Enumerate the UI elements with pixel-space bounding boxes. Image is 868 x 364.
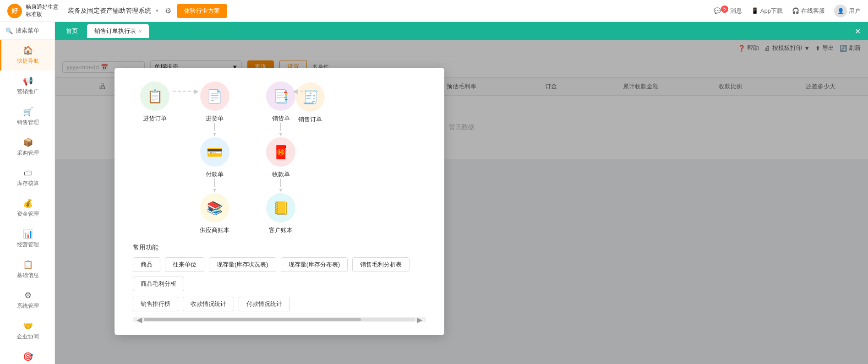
operations-icon: 📊 — [23, 229, 33, 239]
user-item[interactable]: 👤 用户 — [834, 5, 861, 17]
common-btn-sales-rank[interactable]: 销售排行榜 — [133, 297, 178, 311]
sidebar-item-finance[interactable]: 💰 资金管理 — [0, 193, 55, 223]
flow-node-purchase-bill[interactable]: 📄 进货单 — [200, 81, 229, 123]
sidebar-item-enterprise[interactable]: 🤝 企业协同 — [0, 315, 55, 346]
supplier-ledger-icon: 📚 — [207, 201, 223, 216]
common-btn-partners[interactable]: 往来单位 — [165, 257, 204, 272]
sidebar-item-inventory[interactable]: 🗃 库存核算 — [0, 163, 55, 193]
flow-node-supplier-ledger[interactable]: 📚 供应商账本 — [200, 193, 229, 234]
sidebar-item-base-info[interactable]: 📋 基础信息 — [0, 254, 55, 285]
scroll-thumb — [144, 318, 361, 321]
enterprise-icon: 🤝 — [23, 321, 33, 331]
header-left: 好 畅康通好生意 标准版 装备及固定资产辅助管理系统 ▼ ⚙ 体验行业方案 — [7, 4, 227, 18]
top-header: 好 畅康通好生意 标准版 装备及固定资产辅助管理系统 ▼ ⚙ 体验行业方案 💬 … — [0, 0, 868, 22]
service-icon: 🎧 — [792, 7, 799, 14]
trial-button[interactable]: 体验行业方案 — [177, 4, 227, 18]
scroll-left-arrow[interactable]: ◀ — [135, 315, 144, 324]
inventory-icon: 🗃 — [24, 168, 32, 178]
system-icon: ⚙ — [24, 290, 32, 300]
sales-bill-circle: 📑 — [266, 81, 295, 111]
newbie-icon: 🎯 — [23, 352, 33, 362]
customer-ledger-icon: 📒 — [273, 201, 289, 216]
common-btn-sales-margin[interactable]: 销售毛利分析表 — [352, 257, 409, 272]
common-btn-receipt-stats[interactable]: 收款情况统计 — [183, 297, 234, 311]
message-icon: 💬 — [714, 7, 721, 14]
avatar: 👤 — [834, 5, 847, 17]
flow-node-receipt[interactable]: 🧧 收款单 — [266, 137, 295, 179]
purchase-icon: 📦 — [23, 137, 33, 147]
flow-col-purchase-order: 📋 进货订单 — [140, 81, 169, 123]
flow-col-purchase-bill: 📄 进货单 ▼ — [200, 81, 229, 234]
finance-icon: 💰 — [23, 198, 33, 208]
sidebar: 🔍 搜索菜单 🏠 快捷导航 📢 营销推广 🛒 销售管理 📦 采购管理 🗃 库存核… — [0, 22, 55, 364]
tab-bar-close[interactable]: ✕ — [851, 25, 864, 38]
flow-node-payment[interactable]: 💳 付款单 — [200, 137, 229, 179]
customer-ledger-circle: 📒 — [266, 193, 295, 223]
scroll-right-arrow[interactable]: ▶ — [415, 315, 424, 324]
message-badge: 5 — [721, 5, 728, 13]
settings-icon[interactable]: ⚙ — [165, 6, 171, 15]
arrow-sales-order: ◀ — [295, 91, 318, 92]
common-btn-stock-dist[interactable]: 现存量(库存分布表) — [281, 257, 348, 272]
flow-col-sales-order: ◀ 🧾 销售订单 — [295, 81, 325, 124]
flow-col-sales-bill: 📑 销货单 ▼ — [266, 81, 295, 234]
modal-scrollbar[interactable]: ◀ ▶ — [133, 317, 426, 322]
main-layout: 🔍 搜索菜单 🏠 快捷导航 📢 营销推广 🛒 销售管理 📦 采购管理 🗃 库存核… — [0, 22, 868, 364]
marketing-icon: 📢 — [23, 76, 33, 86]
quick-modal: 📋 进货订单 ▶ — [115, 68, 444, 335]
tab-sales-order[interactable]: 销售订单执行表 × — [87, 24, 149, 38]
search-icon: 🔍 — [5, 27, 13, 34]
sidebar-item-operations[interactable]: 📊 经营管理 — [0, 223, 55, 254]
app-download-item[interactable]: 📱 App下载 — [751, 7, 783, 15]
quick-nav-icon: 🏠 — [23, 45, 33, 55]
logo-text: 畅康通好生意 标准版 — [26, 4, 59, 18]
arrow-down-1: ▼ — [212, 123, 218, 137]
purchase-order-circle: 📋 — [140, 81, 169, 111]
header-right: 💬 5 消息 📱 App下载 🎧 在线客服 👤 用户 — [714, 5, 861, 17]
scroll-track[interactable] — [144, 318, 415, 321]
flow-node-sales-order[interactable]: 🧾 销售订单 — [295, 82, 325, 124]
app-icon: 📱 — [751, 7, 759, 14]
common-buttons-row2: 销售排行榜 收款情况统计 付款情况统计 — [133, 297, 426, 311]
tab-home[interactable]: 首页 — [59, 24, 85, 38]
common-btn-product-margin[interactable]: 商品毛利分析 — [133, 277, 184, 291]
system-dropdown-arrow[interactable]: ▼ — [155, 8, 159, 13]
modal-body: 📋 进货订单 ▶ — [115, 68, 444, 335]
supplier-ledger-circle: 📚 — [200, 193, 229, 223]
logo-icon: 好 — [7, 4, 22, 18]
sidebar-item-purchase[interactable]: 📦 采购管理 — [0, 132, 55, 163]
arrow-1: ▶ — [173, 91, 196, 92]
arrow-down-3: ▼ — [278, 123, 284, 137]
sales-order-circle: 🧾 — [295, 82, 325, 112]
purchase-bill-circle: 📄 — [200, 81, 229, 111]
sidebar-item-quick-nav[interactable]: 🏠 快捷导航 — [0, 40, 55, 71]
receipt-icon: 🧧 — [273, 145, 289, 160]
content-area: 首页 销售订单执行表 × ✕ ❓ 帮助 🖨 按模板打印 ▼ — [55, 22, 868, 364]
online-service-item[interactable]: 🎧 在线客服 — [792, 7, 825, 15]
sidebar-item-marketing[interactable]: 📢 营销推广 — [0, 71, 55, 101]
search-menu[interactable]: 🔍 搜索菜单 — [0, 22, 55, 40]
purchase-bill-icon: 📄 — [207, 89, 223, 104]
arrow-down-2: ▼ — [212, 179, 218, 193]
flow-node-purchase-order[interactable]: 📋 进货订单 — [140, 81, 169, 123]
flow-node-customer-ledger[interactable]: 📒 客户账本 — [266, 193, 295, 234]
payment-icon: 💳 — [207, 145, 223, 160]
logo-area: 好 畅康通好生意 标准版 — [7, 4, 62, 18]
message-item[interactable]: 💬 5 消息 — [714, 7, 742, 15]
tab-close-icon[interactable]: × — [139, 28, 142, 34]
common-btn-stock-status[interactable]: 现存量(库存状况表) — [209, 257, 276, 272]
flow-node-sales-bill[interactable]: 📑 销货单 — [266, 81, 295, 123]
sidebar-item-newbie[interactable]: 🎯 新手引导 — [0, 346, 55, 364]
sales-order-icon: 🧾 — [302, 90, 318, 105]
system-title: 装备及固定资产辅助管理系统 ▼ — [68, 7, 159, 15]
common-btn-payment-stats[interactable]: 付款情况统计 — [239, 297, 290, 311]
base-info-icon: 📋 — [23, 260, 33, 270]
common-section-title: 常用功能 — [133, 244, 426, 252]
common-section: 常用功能 商品 往来单位 现存量(库存状况表) 现存量(库存分布表) 销售毛利分… — [133, 244, 426, 311]
common-btn-products[interactable]: 商品 — [133, 257, 160, 272]
flow-diagram: 📋 进货订单 ▶ — [133, 81, 426, 234]
page-content: ❓ 帮助 🖨 按模板打印 ▼ ⬆ 导出 🔄 刷新 — [55, 40, 868, 364]
sidebar-item-system[interactable]: ⚙ 系统管理 — [0, 285, 55, 315]
sales-bill-icon: 📑 — [273, 89, 289, 104]
sidebar-item-sales[interactable]: 🛒 销售管理 — [0, 101, 55, 132]
